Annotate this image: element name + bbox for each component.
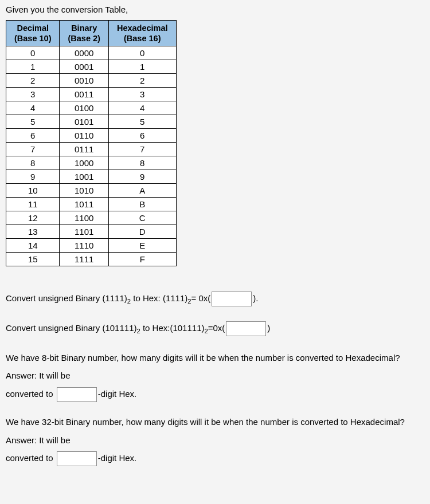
header-hex: Hexadecimal (Base 16) <box>108 21 176 46</box>
cell-bin: 1101 <box>60 225 108 239</box>
q2-pre: Convert unsigned Binary (101111) <box>6 323 136 333</box>
q2-input[interactable] <box>226 321 266 336</box>
table-row: 501015 <box>6 115 177 129</box>
table-row: 131101D <box>6 225 177 239</box>
cell-bin: 1111 <box>60 253 108 266</box>
header-hex-l1: Hexadecimal <box>117 23 168 33</box>
table-row: 910019 <box>6 170 177 184</box>
table-row: 300113 <box>6 88 177 101</box>
table-row: 401004 <box>6 101 177 115</box>
cell-dec: 10 <box>6 184 60 198</box>
table-row: 121100C <box>6 211 177 225</box>
conversion-table: Decimal (Base 10) Binary (Base 2) Hexade… <box>6 20 177 266</box>
q1-input[interactable] <box>212 292 252 306</box>
q4-line1: We have 32-bit Binary number, how many d… <box>6 417 405 445</box>
cell-dec: 6 <box>6 129 60 143</box>
cell-dec: 12 <box>6 211 60 225</box>
cell-bin: 0101 <box>60 115 108 129</box>
cell-hex: E <box>108 239 176 253</box>
header-binary-l2: (Base 2) <box>68 34 100 43</box>
cell-bin: 0000 <box>60 46 108 60</box>
cell-bin: 0011 <box>60 88 108 101</box>
header-decimal-l2: (Base 10) <box>14 34 51 43</box>
cell-hex: F <box>108 253 176 266</box>
cell-bin: 1011 <box>60 198 108 211</box>
cell-hex: D <box>108 225 176 239</box>
cell-dec: 2 <box>6 74 60 88</box>
cell-dec: 15 <box>6 253 60 266</box>
table-body: 0000001000112001023001134010045010156011… <box>6 46 177 266</box>
cell-hex: 8 <box>108 156 176 170</box>
q4-input[interactable] <box>57 451 97 466</box>
cell-bin: 1010 <box>60 184 108 198</box>
table-row: 000000 <box>6 46 177 60</box>
cell-bin: 1110 <box>60 239 108 253</box>
table-row: 100011 <box>6 60 177 74</box>
table-row: 101010A <box>6 184 177 198</box>
header-binary: Binary (Base 2) <box>60 21 108 46</box>
q1-post: ). <box>253 293 258 303</box>
table-row: 701117 <box>6 143 177 156</box>
q3-line2a: converted to <box>6 389 56 399</box>
q4-line2a: converted to <box>6 453 56 463</box>
cell-dec: 8 <box>6 156 60 170</box>
cell-hex: 3 <box>108 88 176 101</box>
cell-dec: 13 <box>6 225 60 239</box>
cell-dec: 4 <box>6 101 60 115</box>
cell-dec: 14 <box>6 239 60 253</box>
intro-text: Given you the conversion Table, <box>6 5 424 14</box>
cell-bin: 1100 <box>60 211 108 225</box>
cell-dec: 7 <box>6 143 60 156</box>
cell-dec: 1 <box>6 60 60 74</box>
header-decimal: Decimal (Base 10) <box>6 21 60 46</box>
cell-bin: 0110 <box>60 129 108 143</box>
table-row: 151111F <box>6 253 177 266</box>
question-4: We have 32-bit Binary number, how many d… <box>6 413 424 467</box>
cell-hex: 7 <box>108 143 176 156</box>
cell-bin: 0001 <box>60 60 108 74</box>
q2-eq: =0x( <box>208 323 225 333</box>
cell-bin: 1001 <box>60 170 108 184</box>
cell-bin: 1000 <box>60 156 108 170</box>
cell-dec: 0 <box>6 46 60 60</box>
cell-hex: 4 <box>108 101 176 115</box>
table-row: 141110E <box>6 239 177 253</box>
cell-dec: 3 <box>6 88 60 101</box>
q3-input[interactable] <box>57 387 97 402</box>
header-hex-l2: (Base 16) <box>124 34 161 43</box>
q2-post: ) <box>267 323 270 333</box>
cell-bin: 0100 <box>60 101 108 115</box>
cell-bin: 0111 <box>60 143 108 156</box>
q3-line1: We have 8-bit Binary number, how many di… <box>6 353 400 381</box>
cell-hex: 2 <box>108 74 176 88</box>
cell-hex: 5 <box>108 115 176 129</box>
cell-hex: A <box>108 184 176 198</box>
cell-dec: 9 <box>6 170 60 184</box>
header-binary-l1: Binary <box>71 23 97 33</box>
cell-hex: B <box>108 198 176 211</box>
header-decimal-l1: Decimal <box>17 23 49 33</box>
question-1: Convert unsigned Binary (1111)2 to Hex: … <box>6 289 424 309</box>
table-row: 601106 <box>6 129 177 143</box>
cell-dec: 5 <box>6 115 60 129</box>
cell-bin: 0010 <box>60 74 108 88</box>
cell-hex: 0 <box>108 46 176 60</box>
q1-eq: = 0x( <box>191 293 211 303</box>
q4-line2b: -digit Hex. <box>98 453 137 463</box>
cell-hex: 9 <box>108 170 176 184</box>
q3-line2b: -digit Hex. <box>98 389 137 399</box>
cell-hex: C <box>108 211 176 225</box>
table-row: 810008 <box>6 156 177 170</box>
cell-hex: 1 <box>108 60 176 74</box>
cell-dec: 11 <box>6 198 60 211</box>
table-row: 200102 <box>6 74 177 88</box>
question-2: Convert unsigned Binary (101111)2 to Hex… <box>6 319 424 338</box>
table-row: 111011B <box>6 198 177 211</box>
question-3: We have 8-bit Binary number, how many di… <box>6 349 424 403</box>
q1-pre: Convert unsigned Binary (1111) <box>6 293 127 303</box>
q2-mid: to Hex:(101111) <box>140 323 205 333</box>
cell-hex: 6 <box>108 129 176 143</box>
q1-mid: to Hex: (1111) <box>131 293 187 303</box>
